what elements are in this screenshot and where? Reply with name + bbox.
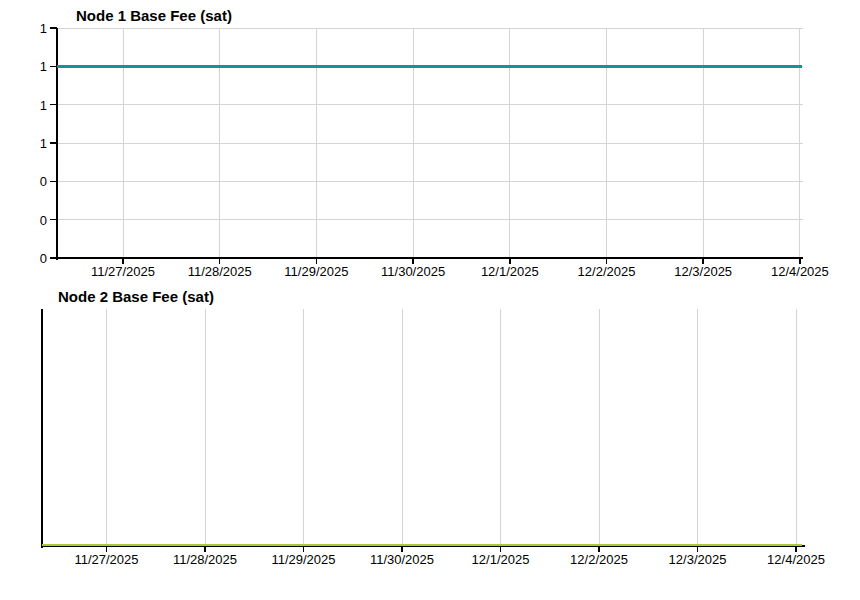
x-tick-label: 12/2/2025 (578, 264, 636, 279)
x-tick-label: 11/28/2025 (173, 552, 237, 567)
x-tick-label: 12/4/2025 (771, 264, 829, 279)
y-tick-label: 0 (40, 212, 47, 227)
x-tick-label: 12/1/2025 (481, 264, 539, 279)
x-gridline (205, 309, 206, 546)
y-gridline (57, 219, 803, 220)
y-gridline (57, 104, 803, 105)
x-tick-label: 12/4/2025 (767, 552, 825, 567)
y-tick-label: 1 (40, 59, 47, 74)
x-axis (56, 257, 803, 259)
x-tick-label: 11/30/2025 (381, 264, 445, 279)
node1-chart-title: Node 1 Base Fee (sat) (76, 7, 232, 24)
x-tick-label: 11/27/2025 (74, 552, 138, 567)
y-axis (56, 28, 58, 260)
x-tick-label: 11/27/2025 (91, 264, 155, 279)
series-line-node-2-base-fee (42, 544, 802, 546)
x-tick-label: 11/28/2025 (188, 264, 252, 279)
y-gridline (57, 181, 803, 182)
x-gridline (796, 309, 797, 546)
y-axis (41, 309, 43, 548)
y-gridline (57, 143, 803, 144)
x-tick-label: 11/29/2025 (271, 552, 335, 567)
y-tick-label: 1 (40, 136, 47, 151)
y-tick-label: 0 (40, 251, 47, 266)
y-tick-label: 0 (40, 174, 47, 189)
x-gridline (500, 309, 501, 546)
x-gridline (697, 309, 698, 546)
x-tick-label: 12/3/2025 (669, 552, 727, 567)
x-tick-label: 12/3/2025 (674, 264, 732, 279)
x-tick-label: 11/29/2025 (284, 264, 348, 279)
y-gridline (57, 28, 803, 29)
x-tick-label: 12/2/2025 (570, 552, 628, 567)
y-tick-label: 1 (40, 21, 47, 36)
x-gridline (402, 309, 403, 546)
x-tick-label: 11/30/2025 (370, 552, 434, 567)
node2-chart-title: Node 2 Base Fee (sat) (58, 288, 214, 305)
x-tick-label: 12/1/2025 (472, 552, 530, 567)
x-gridline (303, 309, 304, 546)
y-tick-label: 1 (40, 97, 47, 112)
series-line-node-1-base-fee (57, 65, 802, 68)
x-gridline (599, 309, 600, 546)
x-gridline (106, 309, 107, 546)
base-fee-dashboard: Node 1 Base Fee (sat) Node 2 Base Fee (s… (0, 0, 860, 600)
